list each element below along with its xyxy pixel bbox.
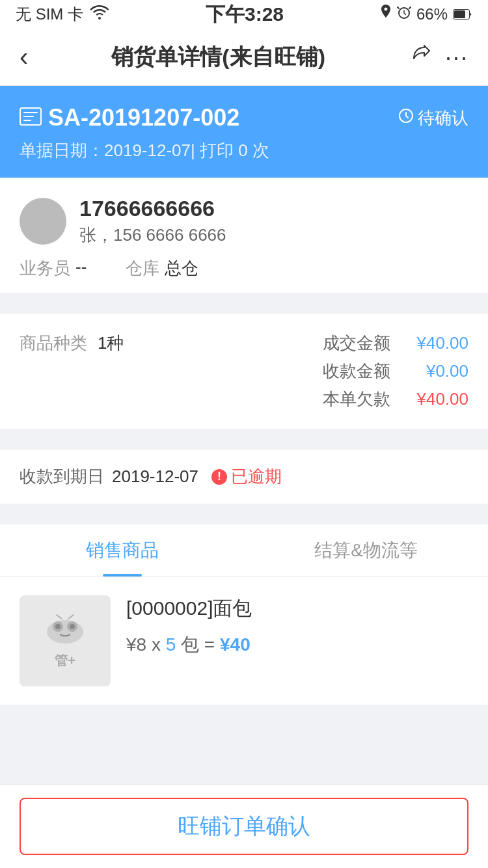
product-name: [0000002]面包 (126, 595, 468, 622)
tab-sales[interactable]: 销售商品 (0, 524, 244, 576)
page-title: 销货单详情(来自旺铺) (111, 42, 325, 72)
confirm-button-container: 旺铺订单确认 (0, 784, 488, 868)
location-icon (380, 5, 392, 24)
svg-point-6 (47, 620, 83, 644)
due-date-section: 收款到期日 2019-12-07 ! 已逾期 (0, 450, 488, 504)
tabs-section: 销售商品 结算&物流等 (0, 524, 488, 577)
status-left: 无 SIM 卡 (16, 4, 109, 25)
received-value: ¥0.00 (403, 361, 468, 381)
alarm-icon (397, 5, 411, 23)
customer-avatar (20, 198, 66, 245)
status-text: 待确认 (418, 107, 468, 129)
status-time: 下午3:28 (206, 1, 284, 28)
wifi-icon (90, 5, 109, 23)
brand-label: 管+ (55, 652, 75, 670)
order-status: 待确认 (398, 107, 468, 129)
customer-section: 17666666666 张，156 6666 6666 业务员 -- 仓库 总仓 (0, 178, 488, 293)
overdue-badge: ! 已逾期 (211, 465, 282, 488)
confirm-order-button[interactable]: 旺铺订单确认 (20, 798, 468, 855)
warehouse: 仓库 总仓 (126, 257, 198, 280)
sim-label: 无 SIM 卡 (16, 4, 83, 25)
amount-stats: 成交金额 ¥40.00 收款金额 ¥0.00 本单欠款 ¥40.00 (323, 332, 468, 411)
svg-point-9 (55, 624, 61, 629)
battery-label: 66% (416, 5, 448, 23)
product-total: ¥40 (220, 634, 251, 655)
svg-rect-2 (454, 10, 465, 18)
product-calc: ¥8 x 5 包 = ¥40 (126, 632, 468, 657)
nav-right: ··· (409, 43, 468, 71)
owl-icon (42, 612, 88, 649)
order-id-text: SA-20191207-002 (48, 104, 239, 131)
balance-value: ¥40.00 (403, 389, 468, 409)
order-id: SA-20191207-002 (20, 104, 239, 131)
tab-settlement[interactable]: 结算&物流等 (244, 524, 488, 576)
header-card: SA-20191207-002 待确认 单据日期：2019-12-07| 打印 … (0, 86, 488, 178)
back-button[interactable]: ‹ (20, 42, 28, 72)
status-bar: 无 SIM 卡 下午3:28 66% (0, 0, 488, 29)
more-button[interactable]: ··· (445, 44, 468, 71)
order-icon (20, 104, 42, 131)
battery-icon (453, 5, 472, 23)
product-info: [0000002]面包 ¥8 x 5 包 = ¥40 (126, 595, 468, 657)
product-item: 管+ [0000002]面包 ¥8 x 5 包 = ¥40 (20, 595, 468, 686)
svg-point-10 (70, 624, 75, 629)
overdue-icon: ! (211, 469, 227, 485)
amount-value: ¥40.00 (403, 333, 468, 353)
status-right: 66% (380, 5, 472, 24)
clock-icon (398, 108, 414, 128)
overdue-text: 已逾期 (231, 465, 282, 488)
stats-section: 商品种类 1种 成交金额 ¥40.00 收款金额 ¥0.00 本单欠款 ¥40.… (0, 314, 488, 429)
product-quantity: 5 (166, 634, 176, 655)
customer-name: 张，156 6666 6666 (79, 224, 226, 247)
customer-phone: 17666666666 (79, 196, 226, 221)
product-section: 管+ [0000002]面包 ¥8 x 5 包 = ¥40 (0, 577, 488, 705)
nav-bar: ‹ 销货单详情(来自旺铺) ··· (0, 29, 488, 86)
sales-person: 业务员 -- (20, 257, 87, 280)
nav-left: ‹ (20, 42, 28, 72)
product-image: 管+ (20, 595, 111, 686)
order-date: 单据日期：2019-12-07| 打印 0 次 (20, 139, 468, 162)
share-button[interactable] (409, 43, 432, 71)
